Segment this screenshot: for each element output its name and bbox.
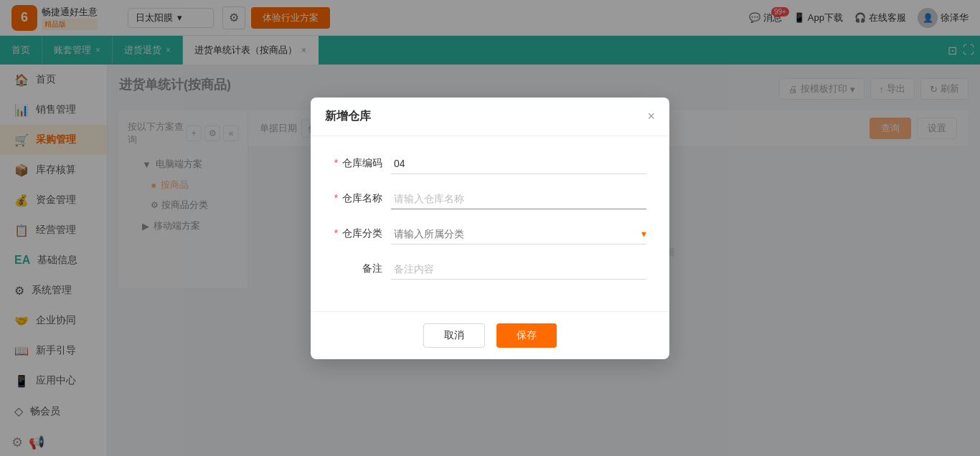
save-button[interactable]: 保存 xyxy=(496,323,557,348)
code-label: * 仓库编码 xyxy=(334,157,391,170)
modal-body: * 仓库编码 * 仓库名称 * 仓库分类 xyxy=(311,136,669,311)
remark-label: 备注 xyxy=(334,262,391,275)
cancel-button[interactable]: 取消 xyxy=(423,323,485,348)
code-input[interactable] xyxy=(391,153,646,174)
category-label: * 仓库分类 xyxy=(334,227,391,240)
code-label-text: 仓库编码 xyxy=(342,157,382,168)
required-mark-name: * xyxy=(334,192,338,204)
form-row-remark: 备注 xyxy=(334,259,646,280)
category-select-wrap: ▾ xyxy=(391,224,646,244)
category-label-text: 仓库分类 xyxy=(342,227,382,239)
modal-close-button[interactable]: × xyxy=(647,109,655,124)
form-row-category: * 仓库分类 ▾ xyxy=(334,224,646,244)
name-label-text: 仓库名称 xyxy=(342,192,382,204)
category-input[interactable] xyxy=(391,224,641,244)
remark-input[interactable] xyxy=(391,259,646,280)
add-warehouse-modal: 新增仓库 × * 仓库编码 * 仓库名称 xyxy=(311,98,669,359)
remark-label-text: 备注 xyxy=(362,262,382,274)
modal-title: 新增仓库 xyxy=(325,109,371,124)
name-label: * 仓库名称 xyxy=(334,192,391,205)
form-row-code: * 仓库编码 xyxy=(334,153,646,174)
modal-overlay: 新增仓库 × * 仓库编码 * 仓库名称 xyxy=(0,0,980,456)
required-mark-category: * xyxy=(334,227,338,239)
warehouse-name-input[interactable] xyxy=(391,189,646,209)
category-dropdown-icon[interactable]: ▾ xyxy=(641,228,646,239)
required-mark-code: * xyxy=(334,157,338,168)
modal-header: 新增仓库 × xyxy=(311,98,669,136)
modal-footer: 取消 保存 xyxy=(311,311,669,359)
form-row-name: * 仓库名称 xyxy=(334,189,646,209)
